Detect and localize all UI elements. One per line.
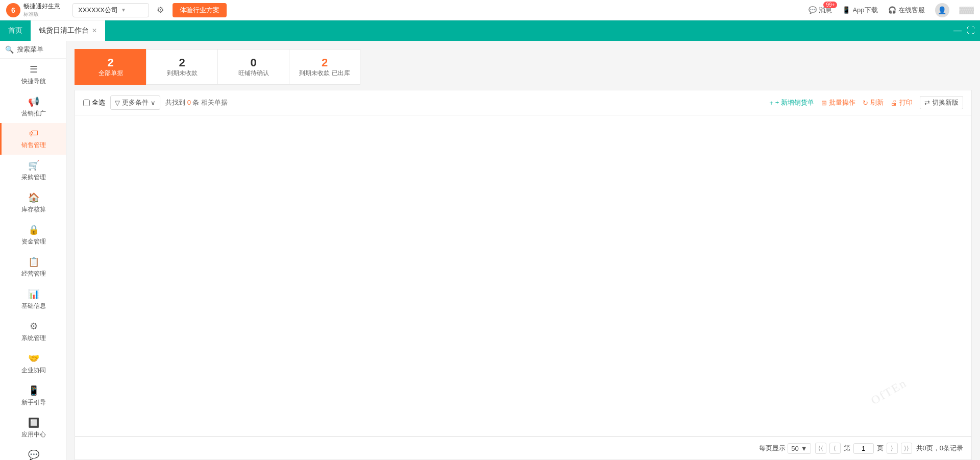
new-order-button[interactable]: + + 新增销货单	[769, 98, 814, 107]
avatar[interactable]: 👤	[935, 3, 949, 17]
base-icon: 📊	[28, 288, 39, 300]
user-icon: 👤	[938, 6, 946, 14]
sidebar: 🔍 搜索菜单 ☰ 快捷导航 📢 营销推广 🏷 销售管理 🛒 采购管理 🏠 库存核…	[0, 41, 66, 460]
refresh-icon: ↻	[863, 99, 868, 107]
page-size-dropdown[interactable]: 50 ▼	[788, 443, 811, 454]
next-page-button[interactable]: ⟩	[887, 443, 898, 454]
batch-operation-button[interactable]: ⊞ 批量操作	[821, 98, 855, 107]
logo-text: 畅捷通好生意 标准版	[23, 3, 60, 17]
select-all-checkbox[interactable]: 全选	[83, 98, 105, 107]
card-all-orders[interactable]: 2 全部单据	[75, 49, 146, 85]
company-selector[interactable]: XXXXXX公司 ▼	[72, 3, 149, 17]
messages-button[interactable]: 💬 消息 99+	[808, 6, 832, 15]
found-text: 共找到 0 条 相关单据	[165, 98, 228, 107]
top-header: 6 畅捷通好生意 标准版 XXXXXX公司 ▼ ⚙ 体验行业方案 💬 消息 99…	[0, 0, 980, 20]
plus-icon: +	[769, 99, 773, 107]
tab-home[interactable]: 首页	[0, 20, 31, 41]
page-number-input[interactable]	[853, 443, 874, 454]
sales-icon: 🏷	[29, 128, 38, 139]
marketing-icon: 📢	[28, 96, 39, 107]
card-overdue-payment[interactable]: 2 到期未收款	[146, 49, 217, 85]
sidebar-item-wechat[interactable]: 💬 企业微信	[0, 444, 66, 460]
first-page-button[interactable]: ⟨⟨	[815, 443, 826, 454]
sidebar-item-operations[interactable]: 📋 经营管理	[0, 251, 66, 283]
card-overdue-shipped[interactable]: 2 到期未收款 已出库	[289, 49, 360, 85]
sidebar-item-marketing[interactable]: 📢 营销推广	[0, 91, 66, 123]
sidebar-item-base[interactable]: 📊 基础信息	[0, 283, 66, 316]
page-size-arrow-icon: ▼	[801, 445, 807, 452]
inventory-icon: 🏠	[28, 192, 39, 203]
try-industry-button[interactable]: 体验行业方案	[173, 3, 227, 17]
logo-area: 6 畅捷通好生意 标准版	[6, 3, 72, 17]
main-layout: 🔍 搜索菜单 ☰ 快捷导航 📢 营销推广 🏷 销售管理 🛒 采购管理 🏠 库存核…	[0, 41, 980, 460]
page-size-selector: 每页显示 50 ▼	[759, 443, 811, 454]
sidebar-item-purchase[interactable]: 🛒 采购管理	[0, 155, 66, 187]
maximize-icon[interactable]: ⛶	[967, 26, 975, 35]
batch-icon: ⊞	[821, 99, 827, 107]
sidebar-item-inventory[interactable]: 🏠 库存核算	[0, 187, 66, 219]
sidebar-item-guide[interactable]: 📱 新手引导	[0, 380, 66, 412]
sidebar-item-system[interactable]: ⚙ 系统管理	[0, 316, 66, 348]
select-all-input[interactable]	[83, 100, 90, 106]
cooperation-icon: 🤝	[28, 353, 39, 364]
settings-button[interactable]: ⚙	[153, 3, 167, 17]
sidebar-item-cooperation[interactable]: 🤝 企业协同	[0, 348, 66, 380]
prev-page-button[interactable]: ⟨	[829, 443, 841, 454]
summary-cards: 2 全部单据 2 到期未收款 0 旺铺待确认 2 到期未收款 已出库	[66, 41, 980, 85]
apps-icon: 🔲	[28, 417, 39, 428]
toolbar: 全选 ▽ 更多条件 ∨ 共找到 0 条 相关单据 + + 新增销货单	[75, 90, 972, 115]
card-pending-confirm[interactable]: 0 旺铺待确认	[217, 49, 289, 85]
operations-icon: 📋	[28, 256, 39, 268]
search-icon: 🔍	[5, 45, 14, 54]
sidebar-item-apps[interactable]: 🔲 应用中心	[0, 412, 66, 444]
close-tab-icon[interactable]: ✕	[92, 27, 97, 34]
sidebar-item-quick-nav[interactable]: ☰ 快捷导航	[0, 59, 66, 91]
total-records-text: 共0页，0条记录	[916, 444, 963, 453]
filter-icon: ▽	[115, 99, 120, 107]
messages-badge: 99+	[823, 2, 837, 8]
wechat-icon: 💬	[28, 449, 39, 460]
print-button[interactable]: 🖨 打印	[891, 98, 913, 107]
app-download-button[interactable]: 📱 App下载	[842, 6, 877, 15]
sidebar-item-sales[interactable]: 🏷 销售管理	[0, 123, 66, 155]
tab-bar-actions: — ⛶	[953, 26, 980, 35]
filter-button[interactable]: ▽ 更多条件 ∨	[110, 95, 160, 110]
refresh-button[interactable]: ↻ 刷新	[863, 98, 884, 107]
minimize-icon[interactable]: —	[953, 26, 962, 35]
guide-icon: 📱	[28, 385, 39, 396]
username-display: ▓▓▓	[960, 6, 974, 14]
print-icon: 🖨	[891, 99, 897, 107]
toolbar-right: + + 新增销货单 ⊞ 批量操作 ↻ 刷新 🖨 打印 ⇄ 切换新版	[769, 96, 963, 109]
system-icon: ⚙	[30, 321, 38, 332]
dropdown-arrow-icon: ▼	[121, 7, 126, 13]
sidebar-item-finance[interactable]: 🔒 资金管理	[0, 219, 66, 251]
online-service-button[interactable]: 🎧 在线客服	[888, 6, 925, 15]
tab-daily-work[interactable]: 钱货日清工作台 ✕	[31, 20, 105, 41]
sidebar-search[interactable]: 🔍 搜索菜单	[0, 41, 66, 59]
last-page-button[interactable]: ⟩⟩	[901, 443, 912, 454]
download-icon: 📱	[842, 6, 850, 14]
message-icon: 💬	[808, 6, 817, 14]
finance-icon: 🔒	[28, 224, 39, 235]
switch-version-button[interactable]: ⇄ 切换新版	[920, 96, 963, 109]
header-right: 💬 消息 99+ 📱 App下载 🎧 在线客服 👤 ▓▓▓	[808, 3, 974, 17]
pagination: 每页显示 50 ▼ ⟨⟨ ⟨ 第 页 ⟩ ⟩⟩ 共0页，0条记录	[75, 437, 972, 460]
switch-icon: ⇄	[924, 99, 930, 107]
toolbar-left: 全选 ▽ 更多条件 ∨ 共找到 0 条 相关单据	[83, 95, 228, 110]
data-table	[75, 115, 972, 437]
tab-bar: 首页 钱货日清工作台 ✕ — ⛶	[0, 20, 980, 41]
filter-arrow-icon: ∨	[151, 99, 156, 107]
service-icon: 🎧	[888, 6, 896, 14]
quick-nav-icon: ☰	[30, 64, 38, 75]
page-navigation: ⟨⟨ ⟨ 第 页 ⟩ ⟩⟩	[815, 443, 912, 454]
purchase-icon: 🛒	[28, 160, 39, 171]
content-area: 2 全部单据 2 到期未收款 0 旺铺待确认 2 到期未收款 已出库 全选	[66, 41, 980, 460]
logo-icon: 6	[6, 3, 20, 17]
